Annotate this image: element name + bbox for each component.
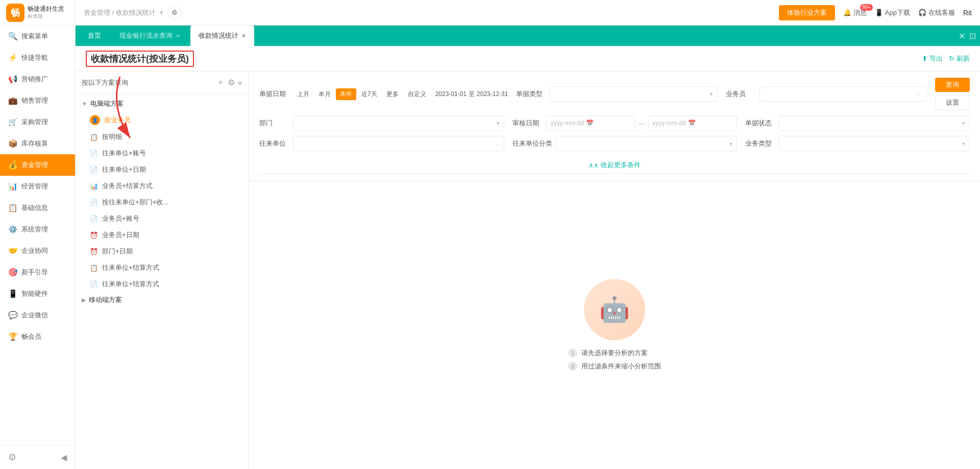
biz-type-select[interactable]: ▾: [779, 136, 970, 151]
dept-select[interactable]: ▾: [293, 115, 504, 131]
sidebar-item-wechat[interactable]: 💬 企业微信: [0, 304, 75, 326]
sidebar-item-operation[interactable]: 📊 经营管理: [0, 176, 75, 197]
messages-btn[interactable]: 🔔 消息 99+: [843, 8, 867, 17]
scheme-item-salesperson-label: 按业务员: [104, 115, 131, 125]
filter-doc-status-item: 单据状态 ▾: [745, 115, 970, 131]
audit-date-start-input[interactable]: yyyy-mm-dd 📅: [546, 115, 635, 131]
export-label: 导出: [929, 54, 943, 63]
panel-add-btn[interactable]: ＋: [216, 77, 225, 88]
date-separator: 至: [469, 90, 475, 99]
sidebar-item-search[interactable]: 🔍 搜索菜单: [0, 26, 75, 47]
date-tab-last-month[interactable]: 上月: [293, 88, 313, 100]
collapse-bar[interactable]: ∧∧ 收起更多条件: [259, 156, 970, 174]
tab-close-all-btn[interactable]: ✕: [959, 31, 965, 41]
doc-icon-3: 📄: [90, 198, 98, 206]
sidebar-item-purchase[interactable]: 🛒 采购管理: [0, 111, 75, 133]
scheme-item-by-detail[interactable]: 📋 按明细: [76, 129, 249, 145]
doc-icon-5: 📄: [90, 280, 98, 288]
scheme-item-counterparty-dept-collect[interactable]: 📄 按往来单位+部门+收...: [76, 194, 249, 210]
tab-restore-btn[interactable]: ⊡: [969, 31, 976, 41]
date-label: 单据日期: [259, 89, 290, 99]
scheme-item-cp-settlement2[interactable]: 📄 往来单位+结算方式: [76, 276, 249, 292]
scheme-item-ss-label: 业务员+结算方式: [102, 181, 153, 191]
scheme-item-counterparty-date[interactable]: 📄 往来单位+日期: [76, 161, 249, 178]
phone-icon: 📱: [875, 9, 883, 16]
panel-collapse-btn[interactable]: «: [238, 78, 242, 87]
topbar-gear-btn[interactable]: ⚙: [167, 6, 182, 20]
sidebar-item-hardware[interactable]: 📱 智能硬件: [0, 283, 75, 304]
date-tab-more[interactable]: 更多: [382, 88, 403, 100]
sidebar-collapse-btn[interactable]: ◀: [61, 453, 67, 462]
cp-class-select[interactable]: ▾: [555, 136, 737, 151]
export-btn[interactable]: ⬆ 导出: [922, 54, 943, 63]
trial-btn[interactable]: 体验行业方案: [779, 5, 835, 20]
sidebar-settings-btn[interactable]: ⚙: [8, 452, 16, 463]
sidebar-item-system[interactable]: ⚙️ 系统管理: [0, 219, 75, 240]
panel-settings-btn[interactable]: ⚙: [228, 78, 235, 87]
sidebar-item-finance[interactable]: 💰 资金管理: [0, 154, 75, 176]
empty-tips: 1 请先选择要分析的方案 2 用过滤条件来缩小分析范围: [568, 348, 661, 371]
scheme-item-ca-label: 往来单位+账号: [102, 149, 146, 158]
export-icon: ⬆: [922, 55, 927, 62]
tab-home[interactable]: 首页: [80, 26, 109, 46]
sidebar-nav: 🔍 搜索菜单 ⚡ 快捷导航 📢 营销推广 💼 销售管理 🛒 采购管理 📦 库存核…: [0, 26, 75, 445]
sidebar-item-enterprise[interactable]: 🤝 企业协同: [0, 240, 75, 262]
scheme-item-by-salesperson[interactable]: 👤 按业务员: [76, 111, 249, 129]
sidebar-item-member[interactable]: 🏆 畅会员: [0, 326, 75, 347]
salesperson-dots[interactable]: ···: [917, 90, 922, 98]
salesperson-select[interactable]: ···: [760, 86, 927, 102]
desktop-arrow-icon: ▼: [82, 101, 87, 107]
date-tab-7days[interactable]: 近7天: [357, 88, 381, 100]
sidebar-item-sales[interactable]: 💼 销售管理: [0, 90, 75, 111]
scheme-item-sa-label: 业务员+账号: [102, 214, 139, 223]
purchase-icon: 🛒: [8, 118, 17, 127]
counterparty-select[interactable]: ···: [293, 136, 504, 151]
sidebar-item-guide[interactable]: 🎯 新手引导: [0, 262, 75, 283]
scheme-item-salesperson-date[interactable]: ⏰ 业务员+日期: [76, 227, 249, 243]
audit-date-label: 审核日期: [512, 119, 543, 128]
calendar-icon-2[interactable]: 📅: [688, 120, 696, 127]
calendar-icon-1[interactable]: 📅: [586, 120, 594, 127]
sidebar-label-guide: 新手引导: [21, 268, 48, 277]
date-tab-this-year[interactable]: 本年: [336, 88, 356, 100]
doc-type-select[interactable]: ▾: [550, 86, 717, 102]
tab-receipt-stats[interactable]: 收款情况统计 ✕: [190, 26, 254, 46]
online-service-btn[interactable]: 🎧 在线客服: [918, 8, 955, 17]
page-header: 收款情况统计(按业务员) ⬆ 导出 ↻ 刷新: [76, 46, 980, 72]
tab-bank-flow[interactable]: 现金银行流水查询 ✕: [111, 26, 188, 46]
sidebar-item-basic[interactable]: 📋 基础信息: [0, 197, 75, 219]
topbar-left: 资金管理 / 收款情况统计 ▾ ⚙: [84, 6, 771, 20]
search-icon: 🔍: [8, 32, 17, 41]
doc-status-select[interactable]: ▾: [779, 115, 970, 131]
sidebar-item-quick-nav[interactable]: ⚡ 快捷导航: [0, 47, 75, 68]
scheme-item-dept-date[interactable]: ⏰ 部门+日期: [76, 243, 249, 260]
cp-class-label: 往来单位分类: [512, 139, 552, 148]
guide-icon: 🎯: [8, 268, 17, 277]
counterparty-dots[interactable]: ···: [494, 140, 500, 148]
quick-nav-icon: ⚡: [8, 53, 17, 62]
date-tab-this-month[interactable]: 本月: [314, 88, 335, 100]
scheme-item-salesperson-settlement[interactable]: 📊 业务员+结算方式: [76, 178, 249, 194]
tab-receipt-stats-close[interactable]: ✕: [241, 33, 246, 39]
marketing-icon: 📢: [8, 75, 17, 84]
app-download-btn[interactable]: 📱 App下载: [875, 8, 910, 17]
cp-class-chevron-icon: ▾: [729, 140, 732, 147]
audit-date-end-input[interactable]: yyyy-mm-dd 📅: [648, 115, 738, 131]
date-tab-custom[interactable]: 自定义: [404, 88, 430, 100]
scheme-item-sd-label: 业务员+日期: [102, 230, 139, 240]
query-btn[interactable]: 查询: [935, 78, 970, 92]
scheme-item-salesperson-acct[interactable]: 📄 业务员+账号: [76, 210, 249, 227]
mobile-group-header[interactable]: ▶ 移动端方案: [76, 292, 249, 308]
desktop-group-header[interactable]: ▼ 电脑端方案: [76, 96, 249, 111]
refresh-btn[interactable]: ↻ 刷新: [949, 54, 970, 63]
scheme-item-cp-settlement1[interactable]: 📋 往来单位+结算方式: [76, 260, 249, 276]
sidebar-item-marketing[interactable]: 📢 营销推广: [0, 68, 75, 90]
sidebar-label-purchase: 采购管理: [21, 118, 48, 127]
tab-bank-flow-close[interactable]: ✕: [176, 33, 180, 39]
tip-num-1: 1: [568, 348, 577, 358]
scheme-item-counterparty-account[interactable]: 📄 往来单位+账号: [76, 145, 249, 161]
sidebar-item-inventory[interactable]: 📦 库存核算: [0, 133, 75, 154]
filter-settings-btn[interactable]: 设置: [935, 95, 970, 110]
user-avatar[interactable]: Rit: [963, 9, 972, 17]
clock-icon-1: ⏰: [90, 231, 98, 239]
